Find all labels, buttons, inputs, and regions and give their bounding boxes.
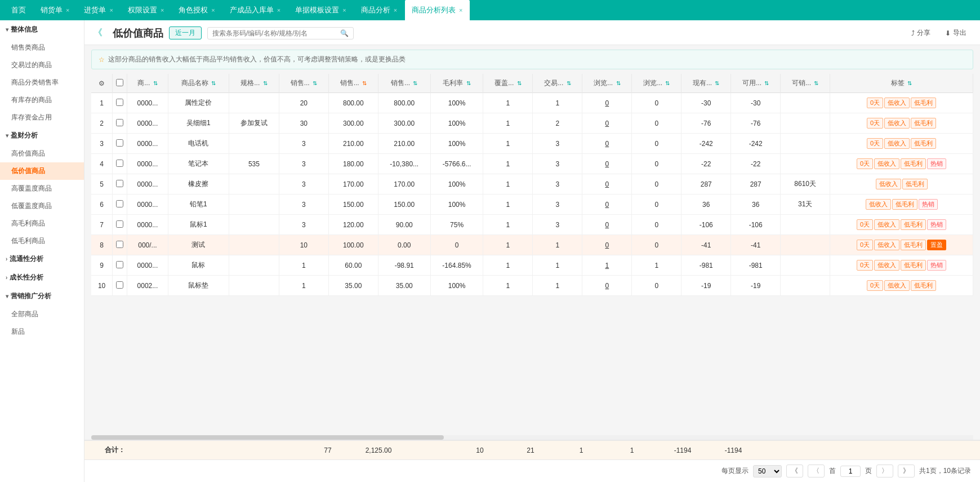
col-tags[interactable]: 标签 ⇅ — [830, 74, 973, 93]
horizontal-scrollbar[interactable] — [91, 435, 973, 440]
first-page-button[interactable]: 《 — [786, 465, 803, 477]
row-checkbox[interactable] — [116, 200, 123, 207]
col-sales-avg[interactable]: 销售... ⇅ — [378, 74, 430, 93]
last-page-button[interactable]: 》 — [898, 465, 915, 477]
per-page-select[interactable]: 50 100 200 — [753, 465, 782, 477]
sidebar-item-high-coverage[interactable]: 高覆盖度商品 — [0, 180, 84, 197]
cell-browse1[interactable]: 0 — [582, 154, 632, 174]
cell-checkbox[interactable] — [113, 235, 127, 255]
cell-checkbox[interactable] — [113, 194, 127, 215]
cell-browse1[interactable]: 0 — [582, 134, 632, 154]
nav-templates[interactable]: 单据模板设置 × — [288, 0, 353, 20]
sidebar-group-overall[interactable]: ▾ 整体信息 — [0, 20, 84, 39]
table-row[interactable]: 10 0002... 鼠标垫 1 35.00 35.00 100% 1 1 0 … — [91, 276, 973, 296]
cell-checkbox[interactable] — [113, 215, 127, 235]
sidebar-group-finance[interactable]: ▾ 盈财分析 — [0, 126, 84, 145]
sidebar-item-low-coverage[interactable]: 低覆盖度商品 — [0, 197, 84, 215]
nav-inventory[interactable]: 产成品入库单 × — [223, 0, 287, 20]
row-checkbox[interactable] — [116, 160, 123, 167]
sidebar-item-traded[interactable]: 交易过的商品 — [0, 56, 84, 74]
table-row[interactable]: 4 0000... 笔记本 535 3 180.00 -10,380... -5… — [91, 154, 973, 174]
sidebar-item-category-rate[interactable]: 商品分类销售率 — [0, 74, 84, 91]
sidebar-item-high-margin[interactable]: 高毛利商品 — [0, 215, 84, 232]
cell-browse1[interactable]: 0 — [582, 194, 632, 215]
cell-checkbox[interactable] — [113, 134, 127, 154]
browse1-link[interactable]: 0 — [605, 120, 609, 127]
col-settings[interactable]: ⚙ — [91, 74, 113, 93]
col-spec[interactable]: 规格... ⇅ — [229, 74, 279, 93]
browse1-link[interactable]: 0 — [605, 160, 609, 168]
cell-browse1[interactable]: 0 — [582, 93, 632, 113]
col-checkbox[interactable] — [113, 74, 127, 93]
cell-checkbox[interactable] — [113, 255, 127, 276]
nav-product-analysis-list[interactable]: 商品分析列表 × — [405, 0, 469, 20]
nav-product-analysis[interactable]: 商品分析 × — [354, 0, 404, 20]
col-current-stock[interactable]: 现有... ⇅ — [681, 74, 731, 93]
sidebar-group-flow[interactable]: › 流通性分析 — [0, 250, 84, 268]
row-checkbox[interactable] — [116, 241, 123, 248]
nav-roles[interactable]: 角色授权 × — [172, 0, 221, 20]
table-row[interactable]: 8 000/... 测试 10 100.00 0.00 0 1 1 0 0 -4… — [91, 235, 973, 255]
row-checkbox[interactable] — [116, 119, 123, 126]
col-sales-amount[interactable]: 销售... ⇅ — [328, 74, 378, 93]
table-row[interactable]: 6 0000... 铅笔1 3 150.00 150.00 100% 1 3 0… — [91, 194, 973, 215]
row-checkbox[interactable] — [116, 281, 123, 289]
cell-checkbox[interactable] — [113, 113, 127, 134]
cell-checkbox[interactable] — [113, 174, 127, 194]
cell-browse1[interactable]: 0 — [582, 235, 632, 255]
cell-checkbox[interactable] — [113, 93, 127, 113]
col-browse1[interactable]: 浏览... ⇅ — [582, 74, 632, 93]
col-code[interactable]: 商... ⇅ — [127, 74, 168, 93]
nav-purchase[interactable]: 进货单 × — [77, 0, 119, 20]
sidebar-item-stocked[interactable]: 有库存的商品 — [0, 91, 84, 109]
col-name[interactable]: 商品名称 ⇅ — [168, 74, 229, 93]
prev-page-button[interactable]: 〈 — [808, 465, 825, 477]
nav-home[interactable]: 首页 — [5, 0, 33, 20]
export-button[interactable]: ⬇ 导出 — [941, 26, 971, 40]
sidebar-group-marketing[interactable]: ▾ 营销推广分析 — [0, 287, 84, 306]
sidebar-item-high-value[interactable]: 高价值商品 — [0, 145, 84, 162]
col-available[interactable]: 可用... ⇅ — [731, 74, 781, 93]
row-checkbox[interactable] — [116, 220, 123, 228]
table-row[interactable]: 9 0000... 鼠标 1 60.00 -98.91 -164.85% 1 1… — [91, 255, 973, 276]
browse1-link[interactable]: 0 — [605, 221, 609, 229]
cell-browse1[interactable]: 0 — [582, 276, 632, 296]
browse1-link[interactable]: 0 — [605, 180, 609, 188]
cell-checkbox[interactable] — [113, 154, 127, 174]
collapse-sidebar-button[interactable]: 《 — [93, 27, 103, 39]
cell-browse1[interactable]: 0 — [582, 215, 632, 235]
browse1-link[interactable]: 0 — [605, 282, 609, 290]
sidebar-item-capital[interactable]: 库存资金占用 — [0, 109, 84, 126]
nav-sales[interactable]: 销货单 × — [34, 0, 76, 20]
cell-checkbox[interactable] — [113, 276, 127, 296]
col-sales-qty[interactable]: 销售... ⇅ — [279, 74, 328, 93]
browse1-link[interactable]: 0 — [605, 241, 609, 249]
next-page-button[interactable]: 〉 — [876, 465, 893, 477]
search-icon[interactable]: 🔍 — [340, 29, 349, 37]
select-all-checkbox[interactable] — [116, 79, 123, 86]
cell-browse1[interactable]: 1 — [582, 255, 632, 276]
sidebar-item-new-products[interactable]: 新品 — [0, 323, 84, 341]
cell-browse1[interactable]: 0 — [582, 113, 632, 134]
row-checkbox[interactable] — [116, 180, 123, 187]
cell-browse1[interactable]: 0 — [582, 174, 632, 194]
data-table-container[interactable]: ⚙ 商... ⇅ 商品名称 ⇅ 规格... ⇅ 销售... ⇅ 销售... ⇅ … — [91, 74, 973, 435]
col-coverage[interactable]: 覆盖... ⇅ — [483, 74, 533, 93]
table-row[interactable]: 2 0000... 吴细细1 参加复试 30 300.00 300.00 100… — [91, 113, 973, 134]
col-gross-rate[interactable]: 毛利率 ⇅ — [430, 74, 483, 93]
share-button[interactable]: ⤴ 分享 — [907, 26, 935, 40]
search-input[interactable] — [212, 29, 340, 37]
browse1-link[interactable]: 0 — [605, 140, 609, 148]
page-number-input[interactable] — [840, 466, 861, 477]
row-checkbox[interactable] — [116, 139, 123, 147]
browse1-link[interactable]: 1 — [605, 262, 609, 269]
filter-recent-month-button[interactable]: 近一月 — [169, 26, 202, 39]
browse1-link[interactable]: 0 — [605, 201, 609, 209]
scrollbar-thumb[interactable] — [91, 435, 444, 440]
table-row[interactable]: 1 0000... 属性定价 20 800.00 800.00 100% 1 1… — [91, 93, 973, 113]
sidebar-item-sales-products[interactable]: 销售类商品 — [0, 39, 84, 56]
table-row[interactable]: 3 0000... 电话机 3 210.00 210.00 100% 1 3 0… — [91, 134, 973, 154]
table-row[interactable]: 5 0000... 橡皮擦 3 170.00 170.00 100% 1 3 0… — [91, 174, 973, 194]
sidebar-item-low-margin[interactable]: 低毛利商品 — [0, 232, 84, 250]
sidebar-item-low-value[interactable]: 低价值商品 — [0, 162, 84, 180]
